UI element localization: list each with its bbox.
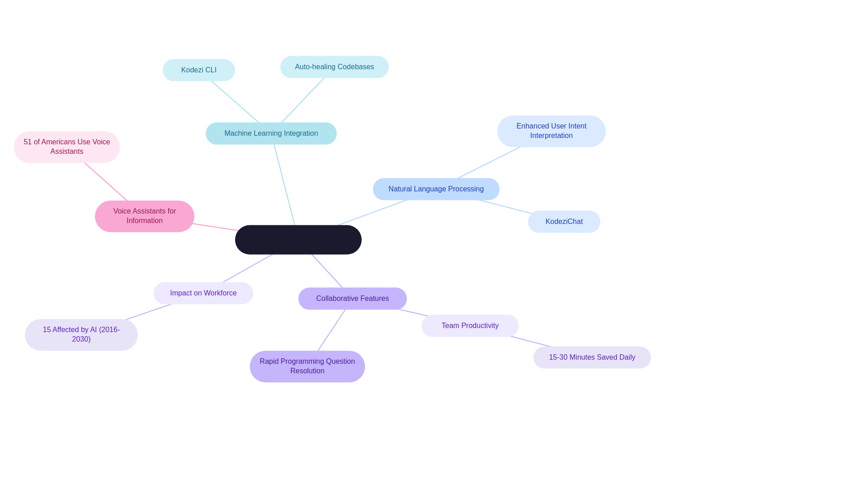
svg-line-0 bbox=[271, 133, 298, 240]
collaborative-label: Collaborative Features bbox=[316, 294, 389, 304]
kodezi-cli-label: Kodezi CLI bbox=[181, 66, 217, 75]
51-americans-node[interactable]: 51 of Americans Use Voice Assistants bbox=[14, 131, 120, 163]
rapid-programming-label: Rapid Programming Question Resolution bbox=[259, 357, 356, 376]
team-productivity-label: Team Productivity bbox=[442, 321, 499, 331]
center-node[interactable] bbox=[235, 225, 362, 255]
machine-learning-label: Machine Learning Integration bbox=[224, 129, 318, 138]
rapid-programming-node[interactable]: Rapid Programming Question Resolution bbox=[250, 351, 365, 382]
team-productivity-node[interactable]: Team Productivity bbox=[422, 315, 519, 337]
kodezi-chat-node[interactable]: KodeziChat bbox=[528, 211, 600, 233]
natural-language-label: Natural Language Processing bbox=[389, 185, 484, 194]
auto-healing-label: Auto-healing Codebases bbox=[295, 62, 374, 72]
auto-healing-node[interactable]: Auto-healing Codebases bbox=[280, 56, 389, 78]
minutes-saved-label: 15-30 Minutes Saved Daily bbox=[549, 353, 635, 362]
mind-map: Machine Learning IntegrationKodezi CLIAu… bbox=[0, 0, 868, 490]
natural-language-node[interactable]: Natural Language Processing bbox=[373, 178, 500, 200]
enhanced-user-node[interactable]: Enhanced User Intent Interpretation bbox=[497, 115, 606, 147]
impact-workforce-node[interactable]: Impact on Workforce bbox=[154, 282, 253, 304]
minutes-saved-node[interactable]: 15-30 Minutes Saved Daily bbox=[533, 347, 651, 369]
15-affected-node[interactable]: 15 Affected by AI (2016-2030) bbox=[25, 319, 138, 351]
voice-assistants-node[interactable]: Voice Assistants for Information bbox=[95, 200, 194, 232]
machine-learning-node[interactable]: Machine Learning Integration bbox=[206, 123, 337, 145]
connections-svg bbox=[0, 0, 868, 490]
collaborative-node[interactable]: Collaborative Features bbox=[298, 288, 407, 310]
kodezi-chat-label: KodeziChat bbox=[546, 217, 583, 227]
enhanced-user-label: Enhanced User Intent Interpretation bbox=[506, 122, 597, 141]
impact-workforce-label: Impact on Workforce bbox=[170, 289, 236, 298]
15-affected-label: 15 Affected by AI (2016-2030) bbox=[34, 325, 129, 344]
voice-assistants-label: Voice Assistants for Information bbox=[104, 207, 185, 226]
51-americans-label: 51 of Americans Use Voice Assistants bbox=[23, 138, 111, 157]
kodezi-cli-node[interactable]: Kodezi CLI bbox=[163, 59, 235, 81]
